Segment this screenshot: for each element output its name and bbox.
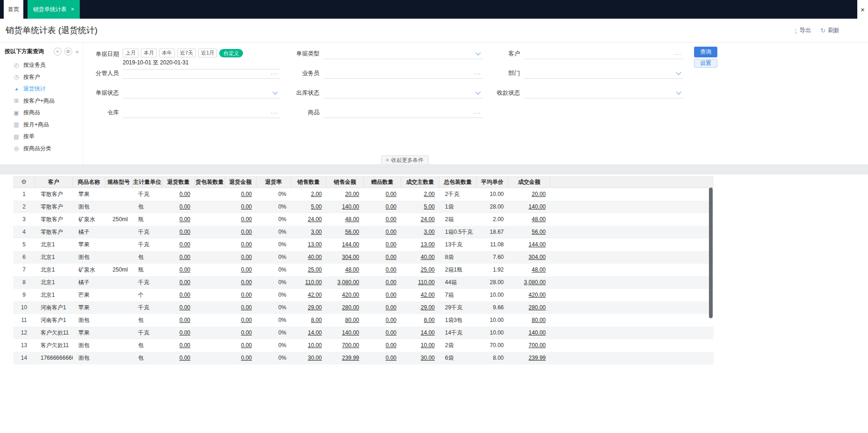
deal-main-qty-link[interactable]: 13.00 xyxy=(421,241,435,248)
sales-qty-link[interactable]: 25.00 xyxy=(308,266,322,273)
collapse-sidebar-icon[interactable]: « xyxy=(76,48,79,55)
refresh-button[interactable]: ↻ 刷新 xyxy=(820,27,840,35)
deal-amount-link[interactable]: 140.00 xyxy=(528,203,546,210)
sales-amount-link[interactable]: 80.00 xyxy=(345,317,359,323)
sidebar-item-by-product[interactable]: ▣按商品 xyxy=(0,107,83,119)
sales-qty-link[interactable]: 5.00 xyxy=(311,203,322,210)
sales-amount-link[interactable]: 3,080.00 xyxy=(337,279,359,286)
filter-product-input[interactable]: ··· xyxy=(323,106,483,118)
deal-main-qty-link[interactable]: 24.00 xyxy=(421,216,435,223)
tab-close-icon[interactable]: × xyxy=(71,6,74,13)
table-row[interactable]: 1417666666666面包包0.000.000%30.00239.990.0… xyxy=(13,352,714,364)
sales-amount-link[interactable]: 144.00 xyxy=(342,241,359,248)
table-row[interactable]: 5北京1苹果千克0.000.000%13.00144.000.0013.0013… xyxy=(13,238,714,251)
return-qty-link[interactable]: 0.00 xyxy=(180,342,190,349)
return-amount-link[interactable]: 0.00 xyxy=(241,241,252,248)
recent-1-month-button[interactable]: 近1月 xyxy=(198,49,217,57)
deal-main-qty-link[interactable]: 5.00 xyxy=(424,203,435,210)
deal-main-qty-link[interactable]: 8.00 xyxy=(424,317,435,323)
export-button[interactable]: ↑ 导出 xyxy=(795,27,812,35)
sales-qty-link[interactable]: 30.00 xyxy=(308,355,322,361)
table-row[interactable]: 9北京1芒果个0.000.000%42.00420.000.0042.007箱1… xyxy=(13,289,714,301)
deal-amount-link[interactable]: 239.99 xyxy=(528,355,546,361)
column-settings-gear-icon[interactable]: ⚙ xyxy=(21,178,27,185)
sales-amount-link[interactable]: 700.00 xyxy=(342,342,359,349)
return-qty-link[interactable]: 0.00 xyxy=(180,203,190,210)
deal-main-qty-link[interactable]: 29.00 xyxy=(421,304,435,311)
gift-qty-link[interactable]: 0.00 xyxy=(386,279,396,286)
return-qty-link[interactable]: 0.00 xyxy=(180,279,190,286)
table-row[interactable]: 13客户欠款11面包包0.000.000%10.00700.000.0010.0… xyxy=(13,339,714,352)
return-amount-link[interactable]: 0.00 xyxy=(241,203,252,210)
return-amount-link[interactable]: 0.00 xyxy=(241,216,252,223)
gift-qty-link[interactable]: 0.00 xyxy=(386,304,396,311)
gift-qty-link[interactable]: 0.00 xyxy=(386,292,396,298)
return-amount-link[interactable]: 0.00 xyxy=(241,292,252,298)
gift-qty-link[interactable]: 0.00 xyxy=(386,203,396,210)
table-row[interactable]: 2零散客户面包包0.000.000%5.00140.000.005.001袋28… xyxy=(13,201,714,213)
sales-amount-link[interactable]: 420.00 xyxy=(342,292,359,298)
table-row[interactable]: 11河南客户1面包包0.000.000%8.0080.000.008.001袋3… xyxy=(13,314,714,327)
return-qty-link[interactable]: 0.00 xyxy=(180,241,190,248)
filter-manager-input[interactable]: ··· xyxy=(123,67,280,79)
deal-main-qty-link[interactable]: 3.00 xyxy=(424,229,435,235)
add-scheme-button[interactable]: + xyxy=(54,48,62,56)
filter-salesperson-input[interactable]: ··· xyxy=(323,67,483,79)
return-amount-link[interactable]: 0.00 xyxy=(241,342,252,349)
return-qty-link[interactable]: 0.00 xyxy=(180,329,190,336)
sales-qty-link[interactable]: 40.00 xyxy=(308,254,322,260)
table-row[interactable]: 1零散客户苹果千克0.000.000%2.0020.000.002.002千克1… xyxy=(13,188,714,201)
table-row[interactable]: 6北京1面包包0.000.000%40.00304.000.0040.008袋7… xyxy=(13,251,714,264)
deal-main-qty-link[interactable]: 40.00 xyxy=(421,254,435,260)
gift-qty-link[interactable]: 0.00 xyxy=(386,329,396,336)
filter-warehouse-input[interactable]: ··· xyxy=(123,106,280,118)
table-row[interactable]: 4零散客户橘子千克0.000.000%3.0056.000.003.001箱0.… xyxy=(13,226,714,238)
table-row[interactable]: 3零散客户矿泉水250ml瓶0.000.000%24.0048.000.0024… xyxy=(13,213,714,226)
filter-doc-type-select[interactable] xyxy=(323,48,483,59)
deal-main-qty-link[interactable]: 10.00 xyxy=(421,342,435,349)
custom-range-button[interactable]: 自定义 xyxy=(219,49,243,57)
sidebar-item-by-month-product[interactable]: ▥按月+商品 xyxy=(0,119,83,131)
return-qty-link[interactable]: 0.00 xyxy=(180,317,190,323)
settings-button[interactable]: 设置 xyxy=(694,59,717,68)
gift-qty-link[interactable]: 0.00 xyxy=(386,266,396,273)
table-row[interactable]: 7北京1矿泉水250ml瓶0.000.000%25.0048.000.0025.… xyxy=(13,264,714,276)
return-qty-link[interactable]: 0.00 xyxy=(180,304,190,311)
sales-amount-link[interactable]: 239.99 xyxy=(342,355,359,361)
deal-amount-link[interactable]: 140.00 xyxy=(528,329,546,336)
tab-sales-statistics[interactable]: 销货单统计表 × xyxy=(28,0,80,19)
deal-amount-link[interactable]: 56.00 xyxy=(532,229,546,235)
deal-amount-link[interactable]: 280.00 xyxy=(528,304,546,311)
sales-amount-link[interactable]: 140.00 xyxy=(342,329,359,336)
filter-payment-status-select[interactable] xyxy=(524,87,683,98)
return-amount-link[interactable]: 0.00 xyxy=(241,266,252,273)
query-button[interactable]: 查询 xyxy=(694,47,717,57)
deal-main-qty-link[interactable]: 14.00 xyxy=(421,329,435,336)
return-amount-link[interactable]: 0.00 xyxy=(241,229,252,235)
sales-amount-link[interactable]: 304.00 xyxy=(342,254,359,260)
gift-qty-link[interactable]: 0.00 xyxy=(386,342,396,349)
return-amount-link[interactable]: 0.00 xyxy=(241,254,252,260)
sidebar-item-by-product-category[interactable]: ◎按商品分类 xyxy=(0,143,83,155)
sidebar-item-by-customer-product[interactable]: ⊞按客户+商品 xyxy=(0,95,83,107)
sales-qty-link[interactable]: 110.00 xyxy=(305,279,322,286)
sales-qty-link[interactable]: 14.00 xyxy=(308,329,322,336)
scheme-settings-button[interactable]: ⚙ xyxy=(64,48,72,56)
return-qty-link[interactable]: 0.00 xyxy=(180,355,190,361)
sales-amount-link[interactable]: 140.00 xyxy=(342,203,359,210)
return-qty-link[interactable]: 0.00 xyxy=(180,216,190,223)
sales-qty-link[interactable]: 2.00 xyxy=(311,191,322,197)
filter-customer-input[interactable]: ··· xyxy=(524,48,683,59)
sales-amount-link[interactable]: 56.00 xyxy=(345,229,359,235)
date-range-value[interactable]: 2019-10-01 至 2020-01-31 xyxy=(123,59,280,67)
return-amount-link[interactable]: 0.00 xyxy=(241,329,252,336)
sales-qty-link[interactable]: 8.00 xyxy=(311,317,322,323)
deal-amount-link[interactable]: 420.00 xyxy=(528,292,546,298)
table-row[interactable]: 10河南客户1苹果千克0.000.000%29.00280.000.0029.0… xyxy=(13,301,714,314)
sales-qty-link[interactable]: 3.00 xyxy=(311,229,322,235)
deal-main-qty-link[interactable]: 110.00 xyxy=(418,279,435,286)
deal-amount-link[interactable]: 144.00 xyxy=(528,241,546,248)
return-qty-link[interactable]: 0.00 xyxy=(180,229,190,235)
sidebar-item-by-order[interactable]: ▤按单 xyxy=(0,131,83,143)
return-amount-link[interactable]: 0.00 xyxy=(241,279,252,286)
